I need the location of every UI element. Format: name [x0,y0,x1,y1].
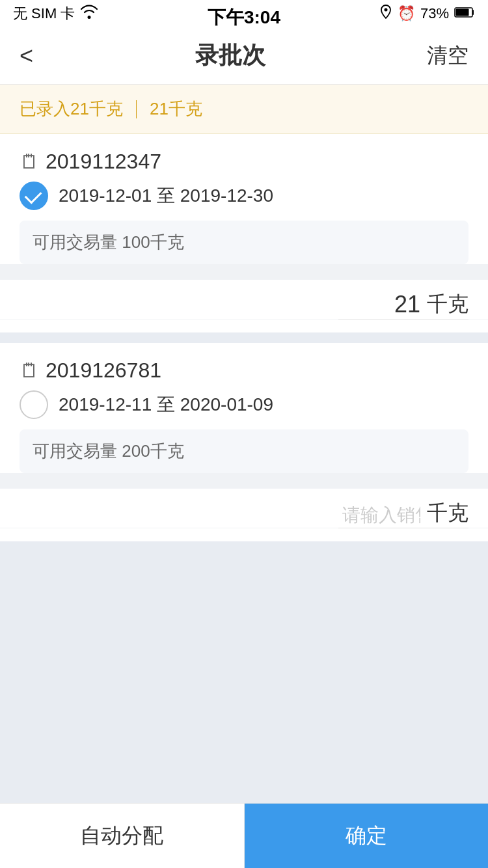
wifi-icon [80,5,98,23]
quantity-unit-2: 千克 [427,499,468,528]
back-button[interactable]: < [20,42,33,70]
no-sim-label: 无 SIM 卡 [13,4,75,23]
batch-id-1: 2019112347 [46,150,161,174]
battery-label: 73% [420,5,449,22]
quantity-input-2[interactable] [342,500,420,527]
batch-header-2: 🗒 2019126781 [20,359,468,383]
batch-checkbox-1[interactable] [20,182,48,210]
batch-id-2: 2019126781 [46,359,161,383]
status-left: 无 SIM 卡 [13,4,98,23]
clear-button[interactable]: 清空 [427,42,468,70]
quantity-unit-1: 千克 [427,290,468,319]
content-area: 🗒 2019112347 2019-12-01 至 2019-12-30 可用交… [0,134,488,868]
batch-doc-icon-1: 🗒 [20,151,39,173]
confirm-button[interactable]: 确定 [245,804,489,868]
page-title: 录批次 [195,40,265,72]
recorded-label: 已录入21千克 [20,98,123,120]
batch-card-1: 🗒 2019112347 2019-12-01 至 2019-12-30 可用交… [0,134,488,264]
batch-availability-2: 可用交易量 200千克 [20,429,468,473]
alarm-icon: ⏰ [398,5,415,22]
nav-bar: < 录批次 清空 [0,27,488,85]
status-time: 下午3:04 [208,5,280,30]
info-divider [136,100,137,118]
batch-header-1: 🗒 2019112347 [20,150,468,174]
batch-doc-icon-2: 🗒 [20,360,39,382]
batch-card-2: 🗒 2019126781 2019-12-11 至 2020-01-09 可用交… [0,343,488,473]
status-bar: 无 SIM 卡 下午3:04 ⏰ 73% [0,0,488,27]
bottom-empty-area [0,541,488,815]
batch-date-1: 2019-12-01 至 2019-12-30 [59,183,273,208]
batch-date-row-2: 2019-12-11 至 2020-01-09 [20,390,468,419]
battery-icon [454,5,475,22]
card-bottom-space-2 [0,528,488,541]
batch-date-row-1: 2019-12-01 至 2019-12-30 [20,182,468,210]
bottom-buttons: 自动分配 确定 [0,803,488,868]
card-bottom-space-1 [0,319,488,332]
svg-rect-2 [456,9,469,16]
card-separator [0,332,488,343]
auto-distribute-button[interactable]: 自动分配 [0,804,245,868]
batch-availability-1: 可用交易量 100千克 [20,221,468,264]
quantity-row-2: 千克 [0,489,488,528]
quantity-row-1: 千克 [0,280,488,319]
batch-date-2: 2019-12-11 至 2020-01-09 [59,392,273,417]
info-bar: 已录入21千克 21千克 [0,85,488,134]
batch-checkbox-2[interactable] [20,390,48,419]
quantity-input-1[interactable] [342,291,420,318]
status-right: ⏰ 73% [379,5,475,23]
location-icon [379,5,392,23]
total-value: 21千克 [150,98,202,120]
svg-point-0 [384,8,387,12]
